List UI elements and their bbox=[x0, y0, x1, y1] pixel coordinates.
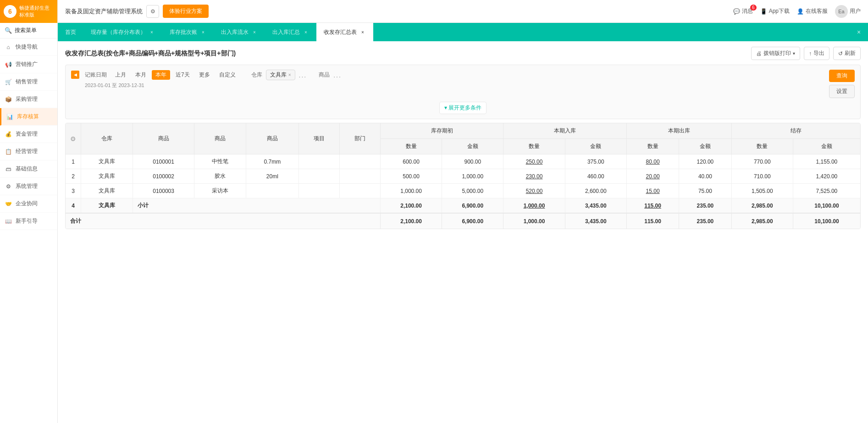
subtotal-label: 小计 bbox=[133, 198, 380, 214]
th-period-open-group: 库存期初 bbox=[380, 123, 503, 139]
goods-more-btn[interactable]: ... bbox=[333, 71, 342, 79]
operations-icon: 📋 bbox=[5, 148, 12, 155]
cell-open-amt: 1,000.00 bbox=[442, 169, 503, 184]
date-btn-7days[interactable]: 近7天 bbox=[172, 70, 194, 80]
th-open-qty: 数量 bbox=[380, 139, 442, 154]
message-btn[interactable]: 💬 消息 6 bbox=[733, 7, 753, 15]
tab-close-in-out-flow[interactable]: × bbox=[251, 29, 258, 35]
sidebar-item-guide[interactable]: 📖 新手引导 bbox=[0, 213, 57, 230]
inventory-icon: 📊 bbox=[6, 113, 13, 121]
cell-in-amt: 460.00 bbox=[565, 169, 626, 184]
cell-goods-spec bbox=[246, 184, 299, 198]
tabbar-close-all-btn[interactable]: × bbox=[850, 23, 868, 41]
export-btn[interactable]: ↑ 导出 bbox=[804, 47, 829, 60]
th-in-amt: 金额 bbox=[565, 139, 626, 154]
settings-gear-btn[interactable]: ⚙ bbox=[146, 5, 159, 18]
goods-filter-label: 商品 bbox=[319, 71, 330, 79]
cell-project bbox=[299, 169, 339, 184]
filter-toggle-btn[interactable]: ◀ bbox=[71, 71, 79, 79]
sidebar-item-purchase[interactable]: 📦 采购管理 bbox=[0, 91, 57, 108]
cell-goods-name: 采访本 bbox=[194, 184, 246, 198]
trial-btn[interactable]: 体验行业方案 bbox=[163, 5, 209, 18]
cell-in-qty[interactable]: 250.00 bbox=[503, 154, 565, 169]
cell-out-qty[interactable]: 15.00 bbox=[626, 184, 679, 198]
sidebar-header: 6 畅捷通好生意 标准版 bbox=[0, 0, 57, 23]
sidebar-item-enterprise[interactable]: 🤝 企业协同 bbox=[0, 195, 57, 213]
date-btn-this-year[interactable]: 本年 bbox=[152, 70, 170, 80]
cell-project bbox=[299, 154, 339, 169]
warehouse-tag-close[interactable]: × bbox=[288, 72, 291, 77]
cell-out-amt: 40.00 bbox=[679, 169, 731, 184]
sidebar-item-sales[interactable]: 🛒 销售管理 bbox=[0, 73, 57, 91]
date-btn-custom[interactable]: 自定义 bbox=[216, 70, 239, 80]
tab-batch-account[interactable]: 库存批次账 × bbox=[162, 23, 214, 41]
cell-in-amt: 2,600.00 bbox=[565, 184, 626, 198]
tab-close-in-out-summary[interactable]: × bbox=[303, 29, 309, 35]
date-btn-this-month[interactable]: 本月 bbox=[132, 70, 150, 80]
avatar: Ea bbox=[835, 5, 848, 18]
date-range-display: 2023-01-01 至 2023-12-31 bbox=[85, 82, 824, 89]
sidebar-item-marketing[interactable]: 📢 营销推广 bbox=[0, 56, 57, 73]
column-settings-icon[interactable]: ⚙ bbox=[70, 135, 76, 143]
user-btn[interactable]: Ea 用户 bbox=[835, 5, 861, 18]
sidebar-item-system[interactable]: ⚙ 系统管理 bbox=[0, 178, 57, 195]
sidebar-item-operations[interactable]: 📋 经营管理 bbox=[0, 143, 57, 160]
cell-in-qty[interactable]: 230.00 bbox=[503, 169, 565, 184]
cell-warehouse: 文具库 bbox=[81, 169, 133, 184]
sidebar-item-inventory[interactable]: 📊 库存核算 bbox=[0, 108, 57, 126]
cell-open-qty: 500.00 bbox=[380, 169, 442, 184]
warehouse-more-btn[interactable]: ... bbox=[299, 71, 307, 79]
app-download-btn[interactable]: 📱 App下载 bbox=[760, 7, 790, 15]
tab-home[interactable]: 首页 bbox=[58, 23, 83, 41]
th-period-in-group: 本期入库 bbox=[503, 123, 626, 139]
tab-inventory-dist[interactable]: 现存量（库存分布表） × bbox=[83, 23, 162, 41]
page-container: 收发存汇总表(按仓库+商品编码+商品+规格型号+项目+部门) 🖨 拨销版打印 ▾… bbox=[58, 41, 868, 423]
topbar: 装备及固定资产辅助管理系统 ⚙ 体验行业方案 💬 消息 6 📱 App下载 👤 … bbox=[58, 0, 868, 23]
tab-receipt-summary[interactable]: 收发存汇总表 × bbox=[316, 23, 373, 41]
cell-bal-qty: 770.00 bbox=[731, 154, 793, 169]
tab-in-out-flow[interactable]: 出入库流水 × bbox=[214, 23, 265, 41]
brand-info: 畅捷通好生意 标准版 bbox=[19, 5, 50, 19]
export-icon: ↑ bbox=[809, 50, 812, 57]
th-period-out-group: 本期出库 bbox=[626, 123, 731, 139]
total-in-qty: 1,000.00 bbox=[503, 213, 565, 229]
refresh-btn[interactable]: ↺ 刷新 bbox=[833, 47, 861, 60]
home-icon: ⌂ bbox=[5, 44, 12, 51]
cell-out-qty[interactable]: 20.00 bbox=[626, 169, 679, 184]
subtotal-out-qty[interactable]: 115.00 bbox=[626, 198, 679, 214]
total-bal-qty: 2,985.00 bbox=[731, 213, 793, 229]
purchase-icon: 📦 bbox=[5, 96, 12, 103]
subtotal-warehouse: 文具库 bbox=[81, 198, 133, 214]
sales-icon: 🛒 bbox=[5, 78, 12, 86]
print-btn[interactable]: 🖨 拨销版打印 ▾ bbox=[751, 47, 800, 60]
system-title: 装备及固定资产辅助管理系统 bbox=[65, 7, 143, 16]
cell-warehouse: 文具库 bbox=[81, 184, 133, 198]
online-service-btn[interactable]: 👤 在线客服 bbox=[797, 7, 828, 15]
th-warehouse: 仓库 bbox=[81, 123, 133, 154]
expand-more-btn[interactable]: ▾ 展开更多条件 bbox=[439, 102, 487, 114]
main-content: 收发存汇总表(按仓库+商品编码+商品+规格型号+项目+部门) 🖨 拨销版打印 ▾… bbox=[58, 41, 868, 423]
query-btn[interactable]: 查询 bbox=[829, 70, 855, 82]
page-title: 收发存汇总表(按仓库+商品编码+商品+规格型号+项目+部门) bbox=[65, 49, 236, 58]
sidebar-item-finance[interactable]: 💰 资金管理 bbox=[0, 126, 57, 143]
sidebar-item-quick-nav[interactable]: ⌂ 快捷导航 bbox=[0, 38, 57, 56]
tab-in-out-summary[interactable]: 出入库汇总 × bbox=[265, 23, 316, 41]
table-row: 3 文具库 0100003 采访本 1,000.00 5,000.00 520.… bbox=[66, 184, 860, 198]
tab-close-inventory-dist[interactable]: × bbox=[149, 29, 155, 35]
date-btn-more[interactable]: 更多 bbox=[195, 70, 214, 80]
marketing-icon: 📢 bbox=[5, 61, 12, 68]
cell-project bbox=[299, 184, 339, 198]
date-btn-last-month[interactable]: 上月 bbox=[111, 70, 130, 80]
total-out-qty: 115.00 bbox=[626, 213, 679, 229]
tab-close-batch-account[interactable]: × bbox=[200, 29, 206, 35]
tab-close-receipt-summary[interactable]: × bbox=[359, 29, 366, 35]
subtotal-in-qty[interactable]: 1,000.00 bbox=[503, 198, 565, 214]
setting-btn[interactable]: 设置 bbox=[829, 85, 855, 98]
cell-no: 3 bbox=[66, 184, 81, 198]
cell-in-qty[interactable]: 520.00 bbox=[503, 184, 565, 198]
search-menu-item[interactable]: 🔍 搜索菜单 bbox=[0, 23, 57, 38]
message-icon: 💬 bbox=[733, 8, 740, 15]
cell-out-qty[interactable]: 80.00 bbox=[626, 154, 679, 169]
th-project: 项目 bbox=[299, 123, 339, 154]
sidebar-item-basic-info[interactable]: 🗃 基础信息 bbox=[0, 160, 57, 178]
